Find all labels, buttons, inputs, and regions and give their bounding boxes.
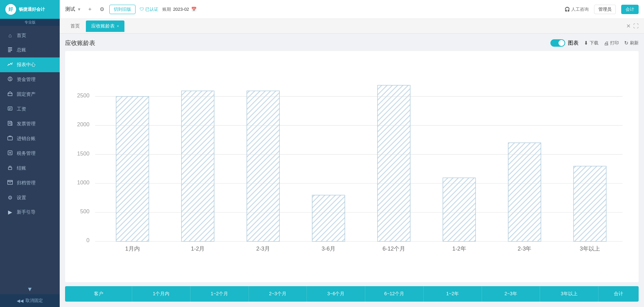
svg-rect-10 xyxy=(8,121,11,125)
sidebar: 好 畅捷通好会计 专业版 ⌂ 首页 总账 报表中心 $ 资金 xyxy=(0,0,60,307)
sidebar-item-label: 税务管理 xyxy=(17,150,36,157)
svg-text:3-6月: 3-6月 xyxy=(322,246,335,252)
settings-icon: ⚙ xyxy=(7,194,13,201)
sidebar-item-settings[interactable]: ⚙ 设置 xyxy=(0,190,60,205)
logo-area: 好 畅捷通好会计 xyxy=(0,0,60,19)
assets-icon xyxy=(7,91,13,98)
svg-text:1500: 1500 xyxy=(77,150,90,157)
closing-icon xyxy=(7,165,13,172)
sidebar-item-label: 工资 xyxy=(17,106,26,112)
project-name: 测试 xyxy=(65,6,75,12)
sidebar-item-closing[interactable]: 结账 xyxy=(0,161,60,176)
sidebar-item-label: 报表中心 xyxy=(17,62,36,68)
svg-text:0: 0 xyxy=(87,237,90,244)
tab-close-button[interactable]: ✕ xyxy=(626,23,631,29)
tab-close-icon[interactable]: × xyxy=(117,24,119,29)
svg-text:6-12个月: 6-12个月 xyxy=(383,246,405,252)
sidebar-item-funds[interactable]: $ 资金管理 xyxy=(0,72,60,87)
svg-rect-3 xyxy=(8,51,11,52)
svg-text:$: $ xyxy=(9,77,11,81)
tab-expand-button[interactable]: ⛶ xyxy=(633,23,639,29)
sidebar-item-payroll[interactable]: 工资 xyxy=(0,102,60,117)
sidebar-item-label: 结账 xyxy=(17,165,26,171)
edition-badge: 专业版 xyxy=(0,19,60,26)
page-actions: 图表 ⬇ 下载 🖨 打印 ↻ 刷新 xyxy=(550,39,639,47)
download-button[interactable]: ⬇ 下载 xyxy=(584,40,598,46)
svg-rect-13 xyxy=(8,137,12,140)
tabs-right-actions: ✕ ⛶ xyxy=(626,23,639,29)
th-1month: 1个月内 xyxy=(132,286,191,302)
svg-rect-48 xyxy=(574,166,606,242)
sidebar-item-label: 进销台账 xyxy=(17,136,36,142)
svg-rect-2 xyxy=(8,50,12,51)
chart-container: 0 500 1000 1500 2000 2500 xyxy=(65,51,639,282)
sidebar-item-guide[interactable]: ▶ 新手引导 xyxy=(0,205,60,219)
download-icon: ⬇ xyxy=(584,40,588,46)
settings-button[interactable]: ⚙ xyxy=(97,5,107,14)
svg-text:2000: 2000 xyxy=(77,121,90,128)
svg-text:3年以上: 3年以上 xyxy=(580,246,600,252)
svg-text:1-2月: 1-2月 xyxy=(191,246,205,252)
svg-text:500: 500 xyxy=(80,208,90,215)
sidebar-scroll-down[interactable]: ▼ xyxy=(0,284,60,294)
sidebar-item-label: 新手引导 xyxy=(17,209,36,215)
switch-version-button[interactable]: 切到旧版 xyxy=(109,5,136,14)
funds-icon: $ xyxy=(7,76,13,83)
archive-icon xyxy=(7,180,13,186)
svg-rect-0 xyxy=(8,47,12,48)
logo-text: 畅捷通好会计 xyxy=(19,6,45,12)
sidebar-nav: ⌂ 首页 总账 报表中心 $ 资金管理 固定资产 xyxy=(0,26,60,284)
add-button[interactable]: ＋ xyxy=(85,5,95,14)
tab-accounts-aging[interactable]: 应收账龄表 × xyxy=(86,20,124,32)
svg-rect-42 xyxy=(378,85,410,242)
calendar-icon[interactable]: 📅 xyxy=(191,7,197,12)
svg-text:1-2年: 1-2年 xyxy=(452,246,466,252)
shield-icon: 🛡 xyxy=(140,7,144,12)
payroll-icon xyxy=(7,106,13,113)
manager-button[interactable]: 管理员 xyxy=(594,5,616,14)
project-selector[interactable]: 测试 ▼ xyxy=(65,6,81,12)
print-button[interactable]: 🖨 打印 xyxy=(604,40,619,46)
chart-toggle[interactable] xyxy=(550,39,565,47)
headset-icon: 🎧 xyxy=(565,7,570,12)
sidebar-item-tax[interactable]: 税务管理 xyxy=(0,146,60,161)
svg-rect-34 xyxy=(116,96,149,241)
th-2-3year: 2~3年 xyxy=(482,286,540,302)
th-3-6month: 3~6个月 xyxy=(307,286,365,302)
cancel-pin-button[interactable]: ◀◀ 取消固定 xyxy=(0,294,60,307)
invoices-icon xyxy=(7,121,13,127)
sidebar-item-home[interactable]: ⌂ 首页 xyxy=(0,29,60,43)
sidebar-item-assets[interactable]: 固定资产 xyxy=(0,87,60,102)
service-button[interactable]: 🎧 人工咨询 xyxy=(565,6,589,12)
sidebar-item-ledger[interactable]: 总账 xyxy=(0,43,60,57)
topbar-right: 🎧 人工咨询 管理员 会计 xyxy=(565,5,639,14)
th-1-2year: 1~2年 xyxy=(424,286,482,302)
tabs-bar: 首页 应收账龄表 × ✕ ⛶ xyxy=(60,19,644,34)
sidebar-item-label: 首页 xyxy=(17,33,26,39)
sidebar-item-invoices[interactable]: 发票管理 xyxy=(0,117,60,131)
th-3plus-year: 3年以上 xyxy=(540,286,598,302)
tax-icon xyxy=(7,150,13,157)
sidebar-item-purchase-sales[interactable]: 进销台账 xyxy=(0,131,60,146)
purchase-sales-icon xyxy=(7,135,13,142)
svg-rect-7 xyxy=(8,107,12,110)
sidebar-item-archive[interactable]: 归档管理 xyxy=(0,176,60,190)
refresh-button[interactable]: ↻ 刷新 xyxy=(624,40,639,46)
svg-rect-44 xyxy=(443,178,475,241)
bar-chart: 0 500 1000 1500 2000 2500 xyxy=(72,58,632,275)
svg-rect-38 xyxy=(247,91,279,242)
project-chevron-icon: ▼ xyxy=(77,7,81,12)
th-customer: 客户 xyxy=(65,286,132,302)
svg-text:1月内: 1月内 xyxy=(125,246,140,252)
data-table: 客户 1个月内 1~2个月 2~3个月 3~6个月 6~12个月 1~2年 2~… xyxy=(65,286,639,302)
sidebar-item-label: 发票管理 xyxy=(17,121,36,127)
table-header: 客户 1个月内 1~2个月 2~3个月 3~6个月 6~12个月 1~2年 2~… xyxy=(65,286,639,302)
chart-toggle-label: 图表 xyxy=(568,40,579,47)
page-header: 应收账龄表 图表 ⬇ 下载 🖨 打印 ↻ 刷新 xyxy=(65,39,639,47)
tab-home[interactable]: 首页 xyxy=(65,20,85,32)
sidebar-item-reports[interactable]: 报表中心 xyxy=(0,57,60,72)
th-2-3month: 2~3个月 xyxy=(249,286,307,302)
svg-text:1000: 1000 xyxy=(77,179,90,186)
th-1-2month: 1~2个月 xyxy=(191,286,249,302)
accountant-button[interactable]: 会计 xyxy=(621,5,639,14)
